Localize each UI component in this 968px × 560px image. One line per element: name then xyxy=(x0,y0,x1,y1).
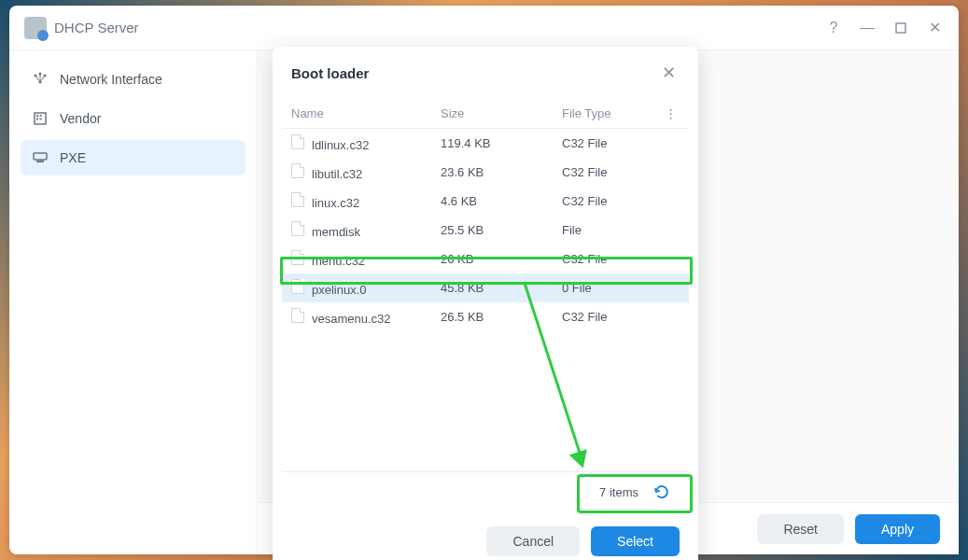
file-name: pxelinux.0 xyxy=(312,283,367,297)
column-name[interactable]: Name xyxy=(291,106,441,120)
svg-rect-0 xyxy=(896,23,905,33)
file-type: C32 File xyxy=(562,252,680,266)
column-type[interactable]: File Type xyxy=(562,106,661,120)
network-icon xyxy=(32,71,49,88)
boot-loader-modal: Boot loader ✕ Name Size File Type ⋮ ldli… xyxy=(273,47,698,560)
apply-button[interactable]: Apply xyxy=(855,514,940,544)
file-type: C32 File xyxy=(562,165,680,179)
sidebar-item-label: Network Interface xyxy=(60,72,162,87)
app-icon xyxy=(24,17,47,39)
file-size: 26 KB xyxy=(441,252,562,266)
modal-title: Boot loader xyxy=(291,65,369,81)
file-size: 26.5 KB xyxy=(441,310,562,324)
file-size: 23.6 KB xyxy=(441,165,562,179)
file-name: libutil.c32 xyxy=(312,167,362,181)
modal-close-button[interactable]: ✕ xyxy=(657,62,680,84)
svg-rect-10 xyxy=(34,153,47,160)
file-type: C32 File xyxy=(562,310,680,324)
maximize-button[interactable] xyxy=(891,19,910,37)
file-size: 25.5 KB xyxy=(441,223,562,237)
modal-header: Boot loader ✕ xyxy=(273,47,698,99)
file-name: vesamenu.c32 xyxy=(312,312,391,326)
table-footer: 7 items xyxy=(282,471,689,511)
file-size: 4.6 KB xyxy=(441,194,562,208)
file-icon xyxy=(291,221,304,236)
file-type: C32 File xyxy=(562,136,680,150)
help-button[interactable]: ? xyxy=(824,19,843,37)
file-name: menu.c32 xyxy=(312,254,365,268)
modal-footer: Cancel Select xyxy=(273,511,698,560)
file-table: Name Size File Type ⋮ ldlinux.c32 119.4 … xyxy=(273,99,698,511)
svg-rect-9 xyxy=(40,119,42,120)
file-name: ldlinux.c32 xyxy=(312,138,369,152)
sidebar-item-network-interface[interactable]: Network Interface xyxy=(21,62,246,97)
file-icon xyxy=(291,308,304,323)
reset-button[interactable]: Reset xyxy=(757,514,844,544)
window-controls: ? — ✕ xyxy=(824,19,944,37)
sidebar-item-label: Vendor xyxy=(60,111,101,126)
file-icon xyxy=(291,250,304,265)
window-title: DHCP Server xyxy=(54,20,824,35)
sidebar: Network Interface Vendor PXE xyxy=(9,50,257,554)
table-row[interactable]: vesamenu.c32 26.5 KB C32 File xyxy=(282,302,689,331)
item-count: 7 items xyxy=(599,485,638,499)
minimize-button[interactable]: — xyxy=(858,19,877,37)
column-menu-button[interactable]: ⋮ xyxy=(661,106,680,120)
table-row[interactable]: menu.c32 26 KB C32 File xyxy=(282,245,689,273)
file-icon xyxy=(291,163,304,178)
file-size: 45.8 KB xyxy=(441,281,562,295)
table-row[interactable]: libutil.c32 23.6 KB C32 File xyxy=(282,158,689,187)
file-type: 0 File xyxy=(562,281,680,295)
file-icon xyxy=(291,192,304,207)
file-name: linux.c32 xyxy=(312,196,359,210)
table-row[interactable]: memdisk 25.5 KB File xyxy=(282,216,689,245)
cancel-button[interactable]: Cancel xyxy=(486,526,580,556)
file-icon xyxy=(291,279,304,294)
file-type: File xyxy=(562,223,680,237)
table-row[interactable]: ldlinux.c32 119.4 KB C32 File xyxy=(282,129,689,158)
table-row[interactable]: linux.c32 4.6 KB C32 File xyxy=(282,187,689,216)
select-button[interactable]: Select xyxy=(591,526,680,556)
table-header: Name Size File Type ⋮ xyxy=(282,99,689,129)
close-button[interactable]: ✕ xyxy=(925,19,944,37)
column-size[interactable]: Size xyxy=(441,106,562,120)
file-name: memdisk xyxy=(312,225,360,239)
svg-rect-6 xyxy=(36,115,38,117)
refresh-icon[interactable] xyxy=(653,483,670,500)
file-icon xyxy=(291,134,304,149)
sidebar-item-label: PXE xyxy=(60,150,86,165)
sidebar-item-pxe[interactable]: PXE xyxy=(21,140,246,175)
sidebar-item-vendor[interactable]: Vendor xyxy=(21,101,246,136)
titlebar: DHCP Server ? — ✕ xyxy=(9,6,959,50)
svg-rect-7 xyxy=(40,115,42,117)
pxe-icon xyxy=(32,149,49,166)
building-icon xyxy=(32,110,49,127)
svg-rect-11 xyxy=(36,161,44,162)
file-type: C32 File xyxy=(562,194,680,208)
file-size: 119.4 KB xyxy=(441,136,562,150)
table-row[interactable]: pxelinux.0 45.8 KB 0 File xyxy=(282,273,689,302)
svg-rect-8 xyxy=(36,119,38,120)
